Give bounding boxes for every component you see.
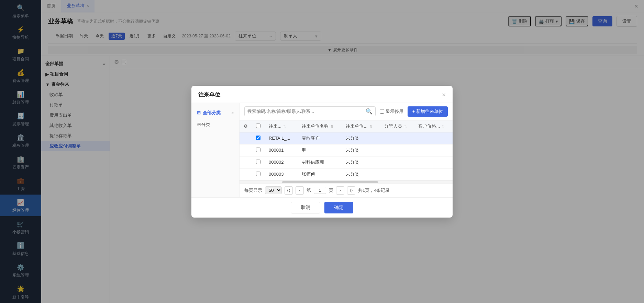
row-code: 000001 [265, 144, 298, 156]
row-price [414, 144, 453, 156]
grid-icon: ⊞ [197, 110, 201, 115]
last-page-button[interactable]: ⟩⟩ [347, 186, 355, 195]
row-price [414, 132, 453, 144]
table-row[interactable]: 000002 材料供应商 未分类 [240, 156, 453, 168]
row-checkbox[interactable] [256, 136, 260, 140]
first-page-button[interactable]: ⟨⟨ [285, 186, 293, 195]
row-category: 未分类 [342, 168, 380, 180]
name-sort-icon: ⇅ [331, 125, 333, 128]
row-price [414, 156, 453, 168]
search-icon: 🔍 [366, 108, 373, 115]
next-page-button[interactable]: › [336, 186, 344, 195]
row-checkbox[interactable] [256, 148, 260, 152]
table-body: RETAIL_... 零散客户 未分类 000001 甲 [240, 132, 453, 180]
th-code: 往来... ⇅ [265, 120, 298, 132]
page-suffix: 页 [329, 187, 333, 194]
row-category: 未分类 [342, 156, 380, 168]
show-disabled-label[interactable]: 显示停用 [380, 108, 403, 115]
dialog-close-button[interactable]: × [442, 92, 446, 98]
page-number-input[interactable] [314, 187, 326, 194]
row-name: 零散客户 [298, 132, 342, 144]
confirm-button[interactable]: 确定 [324, 202, 353, 213]
search-input[interactable] [247, 109, 364, 114]
row-manager [380, 132, 414, 144]
page-size-select[interactable]: 50 [265, 186, 282, 194]
cancel-button[interactable]: 取消 [291, 202, 320, 213]
th-select-all[interactable] [256, 124, 260, 128]
total-text: 共1页，4条记录 [358, 187, 390, 194]
dialog-pagination: 每页显示 50 ⟨⟨ ‹ 第 页 › ⟩⟩ 共1页，4条记录 [244, 186, 448, 195]
dialog-overlay: 往来单位 × ⊞ 全部分类 « 未分类 🔍 [0, 0, 644, 303]
row-code: 000003 [265, 168, 298, 180]
row-manager [380, 168, 414, 180]
prev-page-button[interactable]: ‹ [296, 186, 304, 195]
partner-table: ⚙ 往来... ⇅ 往来单位名称 ⇅ [240, 120, 453, 180]
dialog-sidebar-uncategorized[interactable]: 未分类 [191, 119, 239, 130]
table-row[interactable]: 000003 张师傅 未分类 [240, 168, 453, 180]
dialog-sidebar: ⊞ 全部分类 « 未分类 [191, 103, 240, 197]
row-manager [380, 156, 414, 168]
th-category: 往来单位... ⇅ [342, 120, 380, 132]
th-manager: 分管人员 ⇅ [380, 120, 414, 132]
show-disabled-checkbox[interactable] [380, 109, 384, 114]
page-size-label: 每页显示 [244, 187, 262, 194]
horizontal-scrollbar[interactable] [240, 180, 453, 183]
row-settings [240, 144, 252, 156]
table-head: ⚙ 往来... ⇅ 往来单位名称 ⇅ [240, 120, 453, 132]
dialog-content: 🔍 显示停用 + 新增往来单位 ⚙ [240, 103, 453, 197]
add-partner-button[interactable]: + 新增往来单位 [408, 106, 448, 117]
row-name: 甲 [298, 144, 342, 156]
table-row[interactable]: 000001 甲 未分类 [240, 144, 453, 156]
search-input-wrap[interactable]: 🔍 [244, 106, 376, 116]
dialog-sidebar-collapse[interactable]: « [231, 110, 234, 115]
row-checkbox-cell[interactable] [252, 132, 265, 144]
th-checkbox [252, 120, 265, 132]
dialog-footer-bar: 每页显示 50 ⟨⟨ ‹ 第 页 › ⟩⟩ 共1页，4条记录 [240, 183, 453, 197]
dialog-title: 往来单位 [198, 91, 220, 98]
th-settings: ⚙ [240, 120, 252, 132]
partner-dialog: 往来单位 × ⊞ 全部分类 « 未分类 🔍 [191, 86, 453, 218]
dialog-body: ⊞ 全部分类 « 未分类 🔍 显示停用 [191, 103, 453, 197]
dialog-sidebar-header[interactable]: ⊞ 全部分类 « [191, 107, 239, 119]
dialog-actions: 取消 确定 [191, 197, 453, 218]
code-sort-icon: ⇅ [283, 125, 286, 128]
row-checkbox-cell[interactable] [252, 144, 265, 156]
row-settings [240, 168, 252, 180]
row-code: RETAIL_... [265, 132, 298, 144]
row-category: 未分类 [342, 144, 380, 156]
row-code: 000002 [265, 156, 298, 168]
dialog-search-bar: 🔍 显示停用 + 新增往来单位 [240, 103, 453, 120]
row-checkbox-cell[interactable] [252, 168, 265, 180]
dialog-sidebar-title: 全部分类 [203, 110, 221, 116]
dialog-header: 往来单位 × [191, 86, 453, 103]
table-row[interactable]: RETAIL_... 零散客户 未分类 [240, 132, 453, 144]
price-sort-icon: ⇅ [442, 125, 445, 128]
row-name: 材料供应商 [298, 156, 342, 168]
row-manager [380, 144, 414, 156]
row-checkbox[interactable] [256, 160, 260, 164]
dialog-table: ⚙ 往来... ⇅ 往来单位名称 ⇅ [240, 120, 453, 180]
row-settings [240, 132, 252, 144]
row-checkbox-cell[interactable] [252, 156, 265, 168]
row-name: 张师傅 [298, 168, 342, 180]
category-sort-icon: ⇅ [369, 125, 372, 128]
th-name: 往来单位名称 ⇅ [298, 120, 342, 132]
show-disabled-text: 显示停用 [386, 108, 403, 115]
page-label: 第 [307, 187, 311, 194]
th-price: 客户价格... ⇅ [414, 120, 453, 132]
row-price [414, 168, 453, 180]
row-checkbox[interactable] [256, 172, 260, 176]
row-settings [240, 156, 252, 168]
manager-sort-icon: ⇅ [404, 125, 407, 128]
row-category: 未分类 [342, 132, 380, 144]
scrollbar-thumb [282, 181, 378, 183]
table-head-row: ⚙ 往来... ⇅ 往来单位名称 ⇅ [240, 120, 453, 132]
